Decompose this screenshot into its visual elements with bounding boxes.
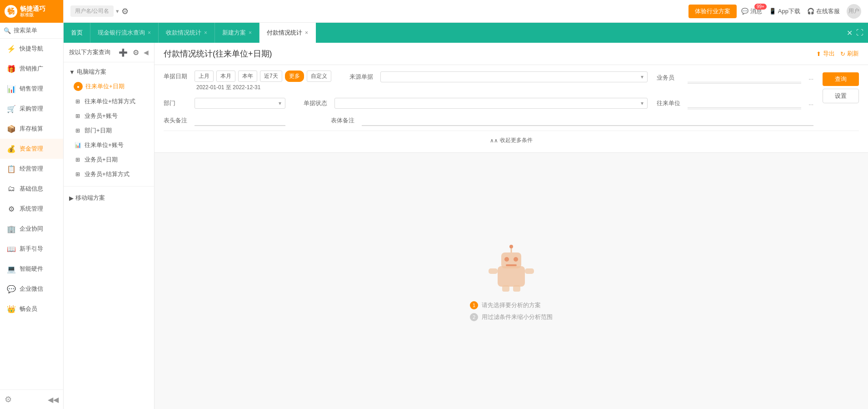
tip-text-1: 请先选择要分析的方案	[482, 301, 541, 309]
sidebar-item-inventory[interactable]: 📦 库存核算	[0, 119, 63, 139]
tab-receivable-close[interactable]: ×	[204, 30, 207, 36]
tab-close-all-icon[interactable]: ✕	[847, 29, 853, 37]
filter-action-buttons: 查询 设置	[823, 71, 859, 103]
scheme-collapse-btn[interactable]: ◀	[144, 49, 149, 56]
filter-partner-group: 往来单位 ...	[657, 97, 813, 109]
query-button[interactable]: 查询	[823, 72, 859, 86]
staff-label: 业务员	[657, 74, 684, 82]
date-btn-more[interactable]: 更多	[285, 71, 304, 82]
sidebar-item-finance[interactable]: 💰 资金管理	[0, 139, 63, 159]
tab-new-scheme[interactable]: 新建方案 ×	[215, 23, 259, 43]
scheme-item-staff-settlement[interactable]: ⊞ 业务员+结算方式	[64, 167, 154, 182]
user-chevron-icon[interactable]: ▾	[116, 8, 119, 15]
header-settings-icon[interactable]: ⚙	[121, 6, 129, 16]
sidebar-item-label: 企业微信	[20, 285, 43, 293]
sidebar-item-label: 销售管理	[20, 85, 43, 93]
user-selector[interactable]: 用户名/公司名	[70, 5, 114, 17]
user-name: 用户名/公司名	[75, 7, 109, 15]
wechat-icon: 💬	[7, 284, 16, 293]
date-btn-this-month[interactable]: 本月	[216, 71, 235, 82]
svg-point-3	[514, 257, 518, 262]
guide-icon: 📖	[7, 244, 16, 253]
settings-icon[interactable]: ⚙	[5, 394, 12, 404]
partner-input-area	[688, 97, 801, 109]
tab-actions: ✕ ⛶	[842, 23, 868, 43]
staff-input[interactable]	[688, 71, 801, 82]
sidebar-item-purchase[interactable]: 🛒 采购管理	[0, 99, 63, 119]
tab-new-scheme-close[interactable]: ×	[249, 30, 252, 36]
tab-bank-flow[interactable]: 现金银行流水查询 ×	[90, 23, 159, 43]
partner-input[interactable]	[688, 97, 801, 108]
scheme-group-desktop-header[interactable]: ▼ 电脑端方案	[64, 65, 154, 79]
tab-receivable[interactable]: 收款情况统计 ×	[159, 23, 215, 43]
trial-button[interactable]: 体验行业方案	[688, 5, 737, 18]
sidebar-item-label: 营销推广	[20, 65, 43, 73]
sidebar-item-member[interactable]: 👑 畅会员	[0, 299, 63, 319]
tab-spacer	[316, 23, 842, 43]
dept-select[interactable]: ▾	[195, 98, 285, 109]
sidebar-item-operations[interactable]: 📋 经营管理	[0, 159, 63, 179]
date-btn-last-month[interactable]: 上月	[195, 71, 214, 82]
sidebar-item-marketing[interactable]: 🎁 营销推广	[0, 59, 63, 79]
tab-payment-stats[interactable]: 付款情况统计 ×	[259, 23, 316, 43]
sidebar-item-quick-nav[interactable]: ⚡ 快捷导航	[0, 39, 63, 59]
table-header-label: 表头备注	[164, 116, 191, 125]
scheme-table-icon: ⊞	[74, 112, 82, 120]
sidebar-search[interactable]: 🔍 搜索菜单	[0, 23, 63, 39]
refresh-btn[interactable]: ↻ 刷新	[840, 50, 859, 58]
empty-tip-1: 1 请先选择要分析的方案	[470, 301, 553, 309]
page-area: 按以下方案查询 ➕ ⚙ ◀ ▼ 电脑端方案 ● 往来单位+日期 ⊞	[64, 43, 868, 409]
sales-icon: 📊	[7, 84, 16, 93]
scheme-settings-btn[interactable]: ⚙	[131, 47, 141, 57]
scheme-item-dept-date[interactable]: ⊞ 部门+日期	[64, 123, 154, 138]
filter-source-group: 来源单据 ▾	[349, 71, 648, 82]
source-select[interactable]: ▾	[380, 71, 648, 82]
scheme-group-mobile: ▶ 移动端方案	[64, 188, 154, 207]
scheme-item-staff-date[interactable]: ⊞ 业务员+日期	[64, 152, 154, 167]
scheme-item-partner-account[interactable]: 📊 往来单位+账号	[64, 138, 154, 152]
status-select[interactable]: ▾	[334, 98, 648, 109]
collapse-button[interactable]: ∧∧ 收起更多条件	[487, 134, 535, 147]
customer-service-label: 在线客服	[816, 7, 840, 15]
table-header-input[interactable]	[195, 115, 285, 126]
status-select-arrow: ▾	[641, 100, 644, 106]
sidebar-item-hardware[interactable]: 💻 智能硬件	[0, 259, 63, 279]
export-btn[interactable]: ⬆ 导出	[816, 50, 835, 58]
customer-service-btn[interactable]: 🎧 在线客服	[807, 7, 840, 15]
sidebar-item-wechat[interactable]: 💬 企业微信	[0, 279, 63, 299]
empty-state: 1 请先选择要分析的方案 2 用过滤条件来缩小分析范围	[155, 153, 868, 409]
filter-date-group: 单据日期 上月 本月 本年 近7天 更多 自定义	[164, 71, 331, 91]
tab-home[interactable]: 首页	[64, 23, 90, 43]
svg-point-6	[509, 245, 513, 248]
tab-bank-flow-close[interactable]: ×	[148, 30, 151, 36]
table-body-input[interactable]	[362, 115, 813, 126]
date-btn-custom[interactable]: 自定义	[307, 71, 331, 82]
scheme-item-partner-settlement[interactable]: ⊞ 往来单位+结算方式	[64, 94, 154, 109]
settings-button[interactable]: 设置	[823, 89, 859, 103]
date-btn-this-year[interactable]: 本年	[238, 71, 257, 82]
scheme-item-partner-date[interactable]: ● 往来单位+日期	[64, 79, 154, 94]
collapse-sidebar-icon[interactable]: ◀◀	[48, 395, 59, 404]
user-avatar[interactable]: 用户	[847, 4, 861, 19]
date-btn-7days[interactable]: 近7天	[260, 71, 282, 82]
sidebar-item-sales[interactable]: 📊 销售管理	[0, 79, 63, 99]
finance-icon: 💰	[7, 144, 16, 153]
staff-ellipsis[interactable]: ...	[808, 74, 813, 81]
scheme-item-staff-account[interactable]: ⊞ 业务员+账号	[64, 109, 154, 123]
status-label: 单据状态	[304, 99, 331, 107]
app-download-btn[interactable]: 📱 App下载	[769, 7, 800, 15]
partner-ellipsis[interactable]: ...	[808, 100, 813, 106]
tab-payment-stats-close[interactable]: ×	[305, 30, 308, 36]
notification-btn[interactable]: 💬 消息 99+	[741, 7, 762, 15]
sidebar-item-enterprise[interactable]: 🏢 企业协同	[0, 219, 63, 239]
sidebar-item-basic-info[interactable]: 🗂 基础信息	[0, 179, 63, 199]
sidebar-item-label: 资金管理	[20, 145, 43, 153]
add-scheme-btn[interactable]: ➕	[118, 47, 128, 57]
sidebar-item-system[interactable]: ⚙ 系统管理	[0, 199, 63, 219]
scheme-item-label: 业务员+结算方式	[85, 170, 130, 178]
tab-fullscreen-icon[interactable]: ⛶	[856, 29, 863, 37]
scheme-table-icon: ⊞	[74, 156, 82, 164]
scheme-group-mobile-header[interactable]: ▶ 移动端方案	[64, 191, 154, 205]
sidebar-item-guide[interactable]: 📖 新手引导	[0, 239, 63, 259]
tip-text-2: 用过滤条件来缩小分析范围	[482, 313, 553, 321]
